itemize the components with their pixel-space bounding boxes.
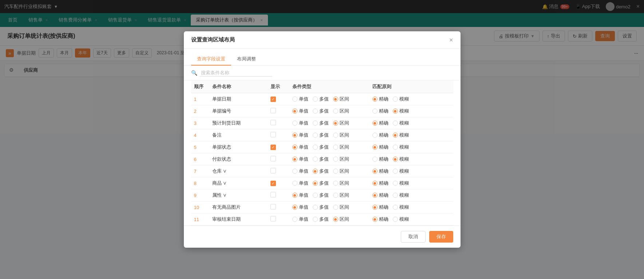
radio-type-item[interactable]: 单值 xyxy=(292,120,308,126)
row-order: 1 xyxy=(191,97,209,102)
radio-type-item[interactable]: 多值 xyxy=(313,96,329,102)
col-order: 顺序 xyxy=(191,83,209,90)
radio-label: 单值 xyxy=(299,132,308,134)
radio-match-label: 模糊 xyxy=(399,108,409,114)
radio-match-item[interactable]: 精确 xyxy=(372,120,388,126)
radio-type-item[interactable]: 区间 xyxy=(333,132,349,134)
row-checkbox[interactable] xyxy=(270,97,276,102)
dialog-search-icon: 🔍 xyxy=(191,70,197,76)
table-row: 1单据日期单值多值区间精确模糊 xyxy=(191,93,453,105)
row-checkbox[interactable] xyxy=(270,108,276,113)
radio-match-item[interactable]: 模糊 xyxy=(393,132,409,134)
radio-match-circle xyxy=(372,109,378,114)
radio-match-item[interactable]: 精确 xyxy=(372,96,388,102)
radio-type-item[interactable]: 多值 xyxy=(313,132,329,134)
radio-label: 单值 xyxy=(299,96,308,102)
row-match-cell: 精确模糊 xyxy=(370,108,442,114)
table-row: 3预计到货日期单值多值区间精确模糊 xyxy=(191,117,453,129)
row-checkbox[interactable] xyxy=(270,120,276,125)
radio-match-item[interactable]: 精确 xyxy=(372,132,388,134)
dialog-close-button[interactable]: × xyxy=(449,37,453,43)
radio-match-circle xyxy=(393,109,398,114)
radio-match-item[interactable]: 模糊 xyxy=(393,96,409,102)
radio-match-label: 精确 xyxy=(379,120,388,126)
radio-label: 多值 xyxy=(319,132,329,134)
radio-circle xyxy=(313,121,318,126)
radio-circle xyxy=(313,133,318,134)
radio-circle xyxy=(292,97,297,102)
radio-type-item[interactable]: 区间 xyxy=(333,108,349,114)
radio-match-label: 精确 xyxy=(379,108,388,114)
dialog-tab-layout[interactable]: 布局调整 xyxy=(231,53,262,66)
row-name: 单据日期 xyxy=(209,96,268,102)
radio-type-item[interactable]: 多值 xyxy=(313,108,329,114)
col-type: 条件类型 xyxy=(289,83,370,90)
row-checkbox-cell xyxy=(268,120,289,126)
radio-match-circle xyxy=(372,121,378,126)
radio-circle xyxy=(292,109,297,114)
radio-match-label: 精确 xyxy=(379,96,388,102)
table-row: 4备注单值多值区间精确模糊 xyxy=(191,129,453,134)
radio-match-circle xyxy=(393,97,398,102)
radio-label: 多值 xyxy=(319,120,329,126)
radio-circle xyxy=(333,133,338,134)
dialog-header: 设置查询区域布局 × xyxy=(184,31,461,49)
settings-dialog: 设置查询区域布局 × 查询字段设置 布局调整 🔍 顺序 条件名称 显示 条件类型… xyxy=(184,31,461,134)
row-checkbox-cell xyxy=(268,108,289,114)
radio-circle xyxy=(292,121,297,126)
radio-label: 区间 xyxy=(340,108,349,114)
row-match-cell: 精确模糊 xyxy=(370,132,442,134)
radio-match-label: 精确 xyxy=(379,132,388,134)
table-row: 2单据编号单值多值区间精确模糊 xyxy=(191,105,453,117)
col-display: 显示 xyxy=(268,83,289,90)
dialog-tab-bar: 查询字段设置 布局调整 xyxy=(184,49,461,66)
radio-label: 多值 xyxy=(319,108,329,114)
dialog-title: 设置查询区域布局 xyxy=(191,36,235,43)
radio-label: 多值 xyxy=(319,96,329,102)
radio-circle xyxy=(333,97,338,102)
row-checkbox-cell xyxy=(268,96,289,102)
radio-label: 单值 xyxy=(299,108,308,114)
radio-type-item[interactable]: 多值 xyxy=(313,120,329,126)
radio-match-label: 模糊 xyxy=(399,120,409,126)
radio-circle xyxy=(313,97,318,102)
dialog-rows: 1单据日期单值多值区间精确模糊2单据编号单值多值区间精确模糊3预计到货日期单值多… xyxy=(191,93,453,134)
radio-match-item[interactable]: 模糊 xyxy=(393,108,409,114)
radio-match-item[interactable]: 模糊 xyxy=(393,120,409,126)
radio-circle xyxy=(313,109,318,114)
row-order: 2 xyxy=(191,109,209,114)
row-name: 备注 xyxy=(209,132,268,134)
radio-match-label: 模糊 xyxy=(399,132,409,134)
radio-label: 单值 xyxy=(299,120,308,126)
radio-circle xyxy=(333,109,338,114)
col-match: 匹配原则 xyxy=(370,83,442,90)
row-order: 3 xyxy=(191,121,209,126)
row-name: 单据编号 xyxy=(209,108,268,114)
radio-type-item[interactable]: 单值 xyxy=(292,96,308,102)
dialog-search-area: 🔍 xyxy=(184,66,461,80)
radio-match-circle xyxy=(393,133,398,134)
dialog-tab-fields[interactable]: 查询字段设置 xyxy=(191,53,231,66)
dialog-table-header: 顺序 条件名称 显示 条件类型 匹配原则 xyxy=(191,80,453,93)
radio-match-circle xyxy=(372,133,378,134)
row-name: 预计到货日期 xyxy=(209,120,268,126)
row-type-cell: 单值多值区间 xyxy=(289,132,370,134)
radio-circle xyxy=(333,121,338,126)
radio-type-item[interactable]: 单值 xyxy=(292,108,308,114)
row-match-cell: 精确模糊 xyxy=(370,96,442,102)
col-name: 条件名称 xyxy=(209,83,268,90)
dialog-search-input[interactable] xyxy=(199,69,272,76)
radio-label: 区间 xyxy=(340,96,349,102)
row-checkbox-cell xyxy=(268,132,289,134)
radio-match-circle xyxy=(372,97,378,102)
row-order: 4 xyxy=(191,133,209,134)
radio-match-item[interactable]: 精确 xyxy=(372,108,388,114)
row-checkbox[interactable] xyxy=(270,132,276,134)
radio-type-item[interactable]: 单值 xyxy=(292,132,308,134)
radio-type-item[interactable]: 区间 xyxy=(333,120,349,126)
radio-type-item[interactable]: 区间 xyxy=(333,96,349,102)
row-match-cell: 精确模糊 xyxy=(370,120,442,126)
modal-overlay: 设置查询区域布局 × 查询字段设置 布局调整 🔍 顺序 条件名称 显示 条件类型… xyxy=(0,0,644,134)
row-type-cell: 单值多值区间 xyxy=(289,96,370,102)
dialog-table-area: 顺序 条件名称 显示 条件类型 匹配原则 1单据日期单值多值区间精确模糊2单据编… xyxy=(184,80,461,134)
